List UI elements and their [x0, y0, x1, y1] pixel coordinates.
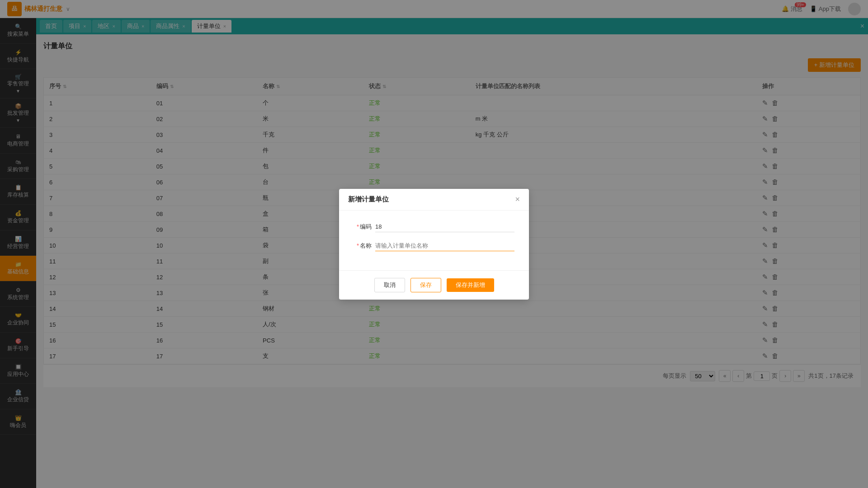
modal-footer: 取消 保存 保存并新增 [339, 270, 529, 300]
modal-header: 新增计量单位 × [339, 189, 529, 211]
modal-overlay: 新增计量单位 × *编码 *名称 取消 保存 保存并新增 [0, 0, 868, 488]
modal-title: 新增计量单位 [348, 195, 389, 204]
code-label: *编码 [354, 223, 372, 231]
cancel-button[interactable]: 取消 [374, 278, 405, 292]
code-required-marker: * [357, 223, 359, 230]
code-input[interactable] [375, 221, 514, 232]
add-measure-unit-modal: 新增计量单位 × *编码 *名称 取消 保存 保存并新增 [339, 189, 529, 300]
save-button[interactable]: 保存 [410, 278, 441, 292]
modal-body: *编码 *名称 [339, 211, 529, 270]
form-row-code: *编码 [354, 221, 514, 232]
form-row-name: *名称 [354, 240, 514, 251]
save-and-new-button[interactable]: 保存并新增 [447, 278, 494, 292]
name-label: *名称 [354, 242, 372, 250]
name-input[interactable] [375, 240, 514, 251]
modal-close-button[interactable]: × [515, 195, 520, 203]
name-required-marker: * [357, 242, 359, 249]
